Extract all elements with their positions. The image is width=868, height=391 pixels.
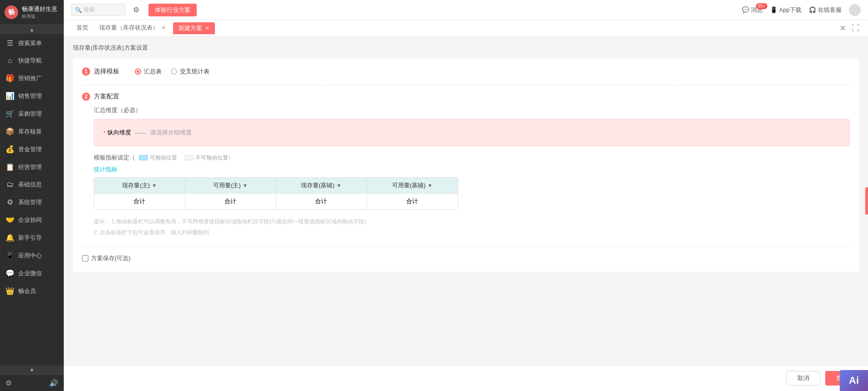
radio-summary[interactable] <box>135 68 141 75</box>
chart-icon: 📊 <box>5 92 15 100</box>
cancel-button[interactable]: 取消 <box>786 371 821 386</box>
tip-2: 2. 点击标题栏下拉可设置排序、插入列和删除列 <box>94 228 850 238</box>
sidebar-item-label: 系统管理 <box>18 198 42 206</box>
col-header-3[interactable]: 现存量(基辅) ▼ <box>276 178 367 194</box>
sidebar-item-label: 营销推广 <box>18 74 42 82</box>
right-scroll-indicator <box>865 187 868 215</box>
option-summary-label: 汇总表 <box>144 67 162 76</box>
message-icon: 💬 <box>742 6 749 13</box>
tab-new-plan[interactable]: 新建方案 ✕ <box>173 22 215 34</box>
sidebar-item-cooperation[interactable]: 🤝 企业协同 <box>0 211 64 229</box>
tab-inventory-status[interactable]: 现存量（库存状况表） ✕ <box>94 20 171 36</box>
sidebar-item-system[interactable]: ⚙ 系统管理 <box>0 193 64 211</box>
sidebar-item-label: 销售管理 <box>18 92 42 100</box>
box-icon: 📦 <box>5 127 15 136</box>
sidebar-bottom: ⚙ 🔊 <box>0 375 64 391</box>
sidebar-item-sales[interactable]: 📊 销售管理 <box>0 87 64 105</box>
sidebar-item-vip[interactable]: 👑 畅会员 <box>0 282 64 300</box>
section-divider-1 <box>82 85 850 85</box>
ai-badge[interactable]: Ai <box>840 370 868 391</box>
bell-icon: 🔔 <box>5 233 15 242</box>
option-summary[interactable]: 汇总表 <box>135 67 162 76</box>
sidebar-item-quick-nav[interactable]: ⌂ 快捷导航 <box>0 52 64 69</box>
search-text: 搜索 <box>84 6 95 14</box>
window-close-btn[interactable]: ✕ <box>838 22 847 34</box>
search-menu-icon: ☰ <box>5 39 15 47</box>
sidebar-item-label: 畅会员 <box>18 287 36 295</box>
page-title: 现存量(库存状况表)方案设置 <box>73 44 859 52</box>
sidebar-item-business[interactable]: 📋 经营管理 <box>0 158 64 176</box>
sidebar-nav: ☰ 搜索菜单 ⌂ 快捷导航 🎁 营销推广 📊 销售管理 🛒 采购管理 📦 库存核… <box>0 34 64 365</box>
col-header-4[interactable]: 可用量(基辅) ▼ <box>367 178 458 194</box>
legend-nodrag-box <box>184 155 194 160</box>
main-area: 🔍 搜索 ⚙ 体验行业方案 💬 消息 99+ 📱 App下载 🎧 在线客服 <box>64 0 868 391</box>
col-header-1[interactable]: 现存量(主) ▼ <box>94 178 185 194</box>
legend-nodrag-label: 不可拖动位置） <box>195 154 234 162</box>
dimension-placeholder: 请选择分组维度 <box>150 129 192 137</box>
bottom-bar: 取消 查询 <box>64 365 868 391</box>
col-header-2[interactable]: 可用量(主) ▼ <box>185 178 276 194</box>
search-icon: 🔍 <box>75 7 82 13</box>
app-download-badge[interactable]: 📱 App下载 <box>770 6 802 14</box>
sidebar-scroll-up[interactable]: ▲ <box>0 25 64 34</box>
tips-section: 提示： 1.拖动标题栏可以调整布局，不可跨维度或指标区域拖动栏目字段(只能在同一… <box>94 217 850 237</box>
save-checkbox[interactable] <box>82 255 88 262</box>
dimension-label: 汇总维度（必选） <box>94 106 850 114</box>
online-service-badge[interactable]: 🎧 在线客服 <box>809 6 842 14</box>
required-mark: * <box>103 129 106 136</box>
tabs-bar: 首页 现存量（库存状况表） ✕ 新建方案 ✕ ✕ ⛶ <box>64 20 868 36</box>
sidebar-item-label: 库存核算 <box>18 128 42 136</box>
crown-icon: 👑 <box>5 287 15 295</box>
window-expand-btn[interactable]: ⛶ <box>851 22 861 34</box>
section1-number: 1 <box>82 67 90 76</box>
tab-new-label: 新建方案 <box>179 24 202 32</box>
sidebar-item-inventory[interactable]: 📦 库存核算 <box>0 123 64 140</box>
app-download-label: App下载 <box>779 6 802 14</box>
sidebar-item-search-menu[interactable]: ☰ 搜索菜单 <box>0 34 64 52</box>
save-option-label[interactable]: 方案保存(可选) <box>91 254 131 262</box>
handshake-icon: 🤝 <box>5 216 15 224</box>
sidebar-item-app-center[interactable]: 📱 应用中心 <box>0 247 64 264</box>
indicator-settings-text: 模板指标设定（ <box>94 154 135 162</box>
topbar-settings-icon[interactable]: ⚙ <box>133 5 139 14</box>
stats-table: 现存量(主) ▼ 可用量(主) ▼ 现存量(基辅) ▼ <box>94 177 458 210</box>
money-icon: 💰 <box>5 145 15 154</box>
dimension-zone[interactable]: * 纵向维度 —— 请选择分组维度 <box>94 119 850 146</box>
indicator-legend: 可拖动位置 不可拖动位置） <box>139 154 234 162</box>
col-header-3-label: 现存量(基辅) <box>301 181 335 190</box>
user-avatar[interactable] <box>849 4 861 16</box>
indicator-label: 模板指标设定（ 可拖动位置 不可拖动位置） <box>94 154 850 162</box>
sidebar-item-wechat[interactable]: 💬 企业微信 <box>0 264 64 282</box>
message-badge[interactable]: 💬 消息 99+ <box>742 6 763 14</box>
chevron-1: ▼ <box>152 183 157 188</box>
tab-home[interactable]: 首页 <box>71 20 94 36</box>
sound-icon[interactable]: 🔊 <box>49 379 58 387</box>
sidebar-item-finance[interactable]: 💰 资金管理 <box>0 140 64 158</box>
topbar-search[interactable]: 🔍 搜索 <box>71 4 126 16</box>
section1-header: 1 选择模板 汇总表 交叉统计表 <box>82 67 850 76</box>
option-cross[interactable]: 交叉统计表 <box>171 67 209 76</box>
settings-bottom-icon[interactable]: ⚙ <box>5 379 12 387</box>
sidebar-item-label: 基础信息 <box>18 180 42 189</box>
legend-draggable: 可拖动位置 <box>139 154 177 162</box>
wechat-icon: 💬 <box>5 269 15 278</box>
sidebar-item-label: 经营管理 <box>18 163 42 171</box>
folder-icon: 📋 <box>5 163 15 171</box>
radio-cross[interactable] <box>171 68 177 75</box>
sidebar-item-marketing[interactable]: 🎁 营销推广 <box>0 69 64 87</box>
tab-new-close[interactable]: ✕ <box>205 25 209 31</box>
tab-inventory-close[interactable]: ✕ <box>161 25 166 31</box>
trial-button[interactable]: 体验行业方案 <box>148 4 197 16</box>
sidebar-item-purchase[interactable]: 🛒 采购管理 <box>0 105 64 123</box>
logo-text: 畅康通好生意 标准版 <box>22 5 57 19</box>
sidebar-item-label: 快捷导航 <box>18 57 42 65</box>
sidebar-item-new-guide[interactable]: 🔔 新手引导 <box>0 229 64 247</box>
sidebar-scroll-down[interactable]: ▼ <box>0 365 64 375</box>
stats-section: 统计指标 现存量(主) ▼ 可用量(主) ▼ <box>94 165 850 210</box>
cell-1-3: 合计 <box>276 194 367 209</box>
sidebar-item-basic-info[interactable]: 🗂 基础信息 <box>0 176 64 193</box>
info-icon: 🗂 <box>5 180 15 189</box>
home-icon: ⌂ <box>5 57 15 65</box>
sidebar-item-label: 资金管理 <box>18 145 42 154</box>
cell-1-2: 合计 <box>185 194 276 209</box>
